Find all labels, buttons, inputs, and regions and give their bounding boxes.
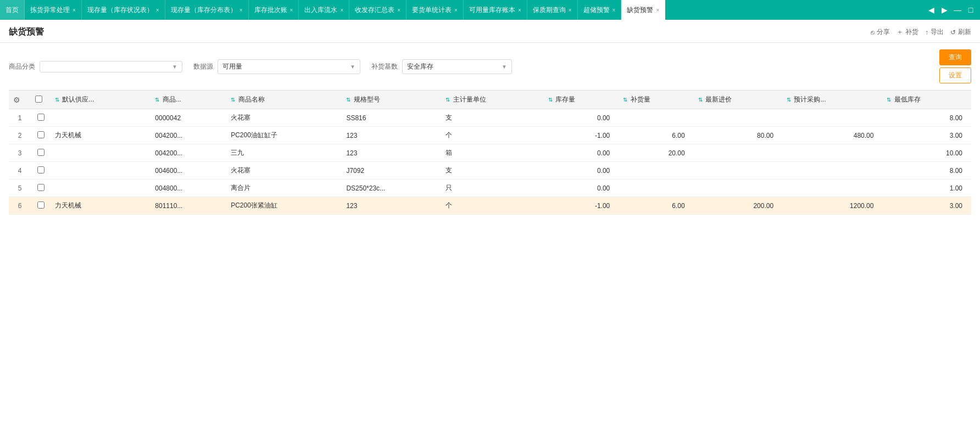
sort-unit-icon: ⇅ (446, 97, 450, 103)
nav-item-8[interactable]: 可用量库存账本 × (464, 0, 527, 20)
nav-item-1[interactable]: 拣货异常处理 × (25, 0, 82, 20)
row-name-1: PC200油缸缸子 (226, 127, 342, 144)
nav-item-home[interactable]: 首页 (0, 0, 25, 20)
row-code-1: 004200... (151, 127, 226, 144)
th-default-supplier[interactable]: ⇅ 默认供应... (51, 91, 151, 109)
row-spec-5: 123 (342, 197, 441, 215)
nav-item-3[interactable]: 现存量（库存分布表） × (165, 0, 249, 20)
nav-item-10[interactable]: 超储预警 × (578, 0, 622, 20)
row-min-2: 10.00 (882, 144, 971, 162)
th-settings[interactable]: ⚙ (9, 91, 31, 109)
settings-col-icon[interactable]: ⚙ (13, 96, 20, 104)
row-checkbox-4[interactable] (37, 184, 44, 191)
sort-price-icon: ⇅ (698, 97, 703, 103)
sort-min-icon: ⇅ (887, 97, 891, 103)
row-num-4: 5 (9, 180, 31, 197)
th-min-stock[interactable]: ⇅ 最低库存 (882, 91, 971, 109)
nav-close-1[interactable]: × (73, 7, 76, 13)
th-est-purchase[interactable]: ⇅ 预计采购... (782, 91, 882, 109)
category-select[interactable]: ▼ (40, 61, 182, 72)
nav-close-9[interactable]: × (569, 7, 572, 13)
nav-item-11[interactable]: 缺货预警 × (621, 0, 665, 20)
nav-prev-button[interactable]: ◀ (925, 3, 938, 16)
page-container: 缺货预警 ⎋ 分享 ＋ 补货 ↑ 导出 ↺ 刷新 商品分类 (0, 20, 980, 437)
row-checkbox-2[interactable] (37, 149, 44, 156)
table-row: 1 0000042 火花塞 SS816 支 0.00 8.00 (9, 109, 971, 127)
nav-item-4[interactable]: 库存批次账 × (249, 0, 299, 20)
nav-close-7[interactable]: × (454, 7, 458, 13)
row-checkbox-5[interactable] (37, 201, 44, 209)
row-supplier-3 (51, 162, 151, 180)
sort-replenish-icon: ⇅ (623, 97, 627, 103)
row-unit-4: 只 (441, 180, 543, 197)
nav-close-3[interactable]: × (240, 7, 243, 13)
header-actions: ⎋ 分享 ＋ 补货 ↑ 导出 ↺ 刷新 (871, 27, 971, 37)
row-checkbox-1[interactable] (37, 131, 44, 138)
row-code-0: 0000042 (151, 109, 226, 127)
maximize-button[interactable]: □ (964, 3, 977, 16)
replenish-button[interactable]: ＋ 补货 (897, 27, 918, 37)
th-product-name[interactable]: ⇅ 商品名称 (226, 91, 342, 109)
nav-close-11[interactable]: × (656, 7, 659, 13)
table-row: 6 力天机械 801110... PC200张紧油缸 123 个 -1.00 6… (9, 197, 971, 215)
nav-close-4[interactable]: × (290, 7, 293, 13)
replenish-base-label: 补货基数 (371, 62, 398, 71)
row-checkbox-3[interactable] (37, 166, 44, 173)
nav-next-button[interactable]: ▶ (938, 3, 951, 16)
nav-close-5[interactable]: × (340, 7, 343, 13)
export-icon: ↑ (925, 29, 928, 36)
row-stock-1: -1.00 (544, 127, 619, 144)
row-price-5: 200.00 (694, 197, 782, 215)
nav-label-3: 现存量（库存分布表） (171, 5, 237, 15)
th-latest-price[interactable]: ⇅ 最新进价 (694, 91, 782, 109)
replenish-base-select[interactable]: 安全库存 ▼ (402, 59, 512, 74)
refresh-button[interactable]: ↺ 刷新 (950, 27, 971, 37)
select-all-checkbox[interactable] (35, 96, 42, 103)
row-checkbox-cell-3 (31, 162, 51, 180)
datasource-select[interactable]: 可用量 ▼ (218, 59, 360, 74)
export-button[interactable]: ↑ 导出 (925, 27, 944, 37)
share-button[interactable]: ⎋ 分享 (871, 27, 890, 37)
row-spec-3: J7092 (342, 162, 441, 180)
settings-button[interactable]: 设置 (939, 68, 971, 83)
th-code-label: 商品... (163, 96, 181, 103)
nav-close-10[interactable]: × (612, 7, 616, 13)
table-row: 3 004200... 三九 123 箱 0.00 20.00 10.00 (9, 144, 971, 162)
nav-label-5: 出入库流水 (304, 5, 337, 15)
replenish-icon: ＋ (897, 27, 903, 37)
share-label: 分享 (877, 27, 890, 37)
th-stock-label: 库存量 (555, 96, 575, 103)
th-product-code[interactable]: ⇅ 商品... (151, 91, 226, 109)
row-spec-1: 123 (342, 127, 441, 144)
row-replenish-4 (619, 180, 693, 197)
nav-item-6[interactable]: 收发存汇总表 × (349, 0, 407, 20)
row-num-0: 1 (9, 109, 31, 127)
query-button[interactable]: 查询 (939, 49, 971, 65)
row-min-4: 1.00 (882, 180, 971, 197)
nav-item-2[interactable]: 现存量（库存状况表） × (82, 0, 165, 20)
nav-item-5[interactable]: 出入库流水 × (299, 0, 349, 20)
data-table: ⚙ ⇅ 默认供应... ⇅ 商品... ⇅ 商品名称 (9, 90, 971, 215)
th-spec[interactable]: ⇅ 规格型号 (342, 91, 441, 109)
replenish-base-filter-group: 补货基数 安全库存 ▼ (371, 59, 512, 74)
th-unit[interactable]: ⇅ 主计量单位 (441, 91, 543, 109)
row-code-3: 004600... (151, 162, 226, 180)
th-replenish[interactable]: ⇅ 补货量 (619, 91, 693, 109)
minimize-button[interactable]: — (951, 3, 964, 16)
refresh-icon: ↺ (950, 29, 956, 36)
row-checkbox-0[interactable] (37, 114, 44, 121)
row-price-3 (694, 162, 782, 180)
nav-label-8: 可用量库存账本 (469, 5, 515, 15)
th-stock[interactable]: ⇅ 库存量 (544, 91, 619, 109)
nav-label-11: 缺货预警 (627, 5, 653, 15)
nav-close-8[interactable]: × (518, 7, 521, 13)
row-code-2: 004200... (151, 144, 226, 162)
nav-item-7[interactable]: 要货单统计表 × (407, 0, 464, 20)
nav-item-9[interactable]: 保质期查询 × (527, 0, 578, 20)
nav-close-2[interactable]: × (156, 7, 159, 13)
nav-label-4: 库存批次账 (254, 5, 287, 15)
replenish-label: 补货 (905, 27, 918, 37)
nav-label-home: 首页 (5, 5, 19, 15)
nav-close-6[interactable]: × (397, 7, 400, 13)
row-unit-5: 个 (441, 197, 543, 215)
